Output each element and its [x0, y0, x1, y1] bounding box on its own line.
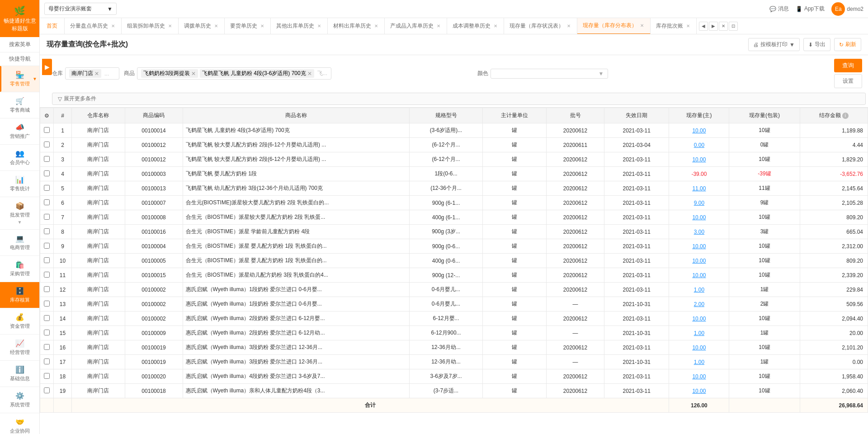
- row-checkbox-16[interactable]: [44, 359, 50, 364]
- sidebar-item-retail-mall[interactable]: 🛒 零售商城: [0, 92, 39, 118]
- color-filter-box[interactable]: ▼: [491, 69, 608, 79]
- sidebar-search[interactable]: 搜索英单: [0, 37, 39, 52]
- row-checkbox-0[interactable]: [44, 127, 50, 133]
- tab-cost-adjust[interactable]: 成本调整单历史 ✕: [447, 18, 504, 34]
- sidebar-item-basics[interactable]: ℹ️ 基础信息: [0, 361, 39, 387]
- tab-inv-status[interactable]: 现存量（库存状况表） ✕: [504, 18, 577, 34]
- orange-expand-btn[interactable]: ▶: [42, 59, 52, 75]
- company-select[interactable]: 母婴行业演示账套 ▼: [44, 3, 117, 15]
- cell-qty-main-16[interactable]: 1.00: [669, 355, 729, 369]
- tab-inv-dist[interactable]: 现存量（库存分布表） ✕: [577, 18, 651, 34]
- product-tag-1-close[interactable]: ✕: [191, 71, 196, 77]
- cell-gear-6[interactable]: [40, 210, 54, 225]
- cell-gear-9[interactable]: [40, 254, 54, 268]
- row-checkbox-12[interactable]: [44, 301, 50, 307]
- sidebar-item-finance[interactable]: 💰 资金管理: [0, 308, 39, 335]
- cell-gear-5[interactable]: [40, 196, 54, 210]
- cell-qty-main-4[interactable]: 11.00: [669, 181, 729, 196]
- sidebar-item-enterprise[interactable]: 🤝 企业协同: [0, 413, 39, 434]
- tab-split-history-close[interactable]: ✕: [110, 23, 116, 29]
- cell-gear-15[interactable]: [40, 340, 54, 355]
- row-checkbox-5[interactable]: [44, 199, 50, 205]
- row-checkbox-1[interactable]: [44, 142, 50, 147]
- cell-gear-2[interactable]: [40, 152, 54, 167]
- tab-material-out[interactable]: 材料出库单历史 ✕: [328, 18, 385, 34]
- cell-qty-main-0[interactable]: 10.00: [669, 123, 729, 138]
- tab-mix-history[interactable]: 调拨单历史 ✕: [179, 18, 225, 34]
- cell-qty-main-18[interactable]: 10.00: [669, 384, 729, 398]
- sidebar-item-ecommerce[interactable]: 💻 电商管理: [0, 230, 39, 256]
- user-info[interactable]: Ea demo2: [831, 2, 863, 16]
- cell-gear-16[interactable]: [40, 355, 54, 369]
- cell-gear-17[interactable]: [40, 369, 54, 384]
- row-checkbox-7[interactable]: [44, 228, 50, 234]
- template-print-btn[interactable]: 🖨 按模板打印 ▼: [748, 38, 800, 51]
- product-tag-2-close[interactable]: ✕: [307, 71, 312, 77]
- tab-batch-ledger[interactable]: 库存批次账 ✕: [651, 18, 697, 34]
- tab-product-in[interactable]: 产成品入库单历史 ✕: [385, 18, 447, 34]
- sidebar-item-retail-stats[interactable]: 📊 零售统计: [0, 171, 39, 197]
- sidebar-item-member[interactable]: 👥 会员中心: [0, 145, 39, 171]
- row-checkbox-6[interactable]: [44, 214, 50, 220]
- row-checkbox-2[interactable]: [44, 156, 50, 162]
- tab-cost-adjust-close[interactable]: ✕: [493, 23, 498, 29]
- cell-qty-main-8[interactable]: 10.00: [669, 239, 729, 254]
- cell-qty-main-2[interactable]: 10.00: [669, 152, 729, 167]
- row-checkbox-15[interactable]: [44, 344, 50, 350]
- cell-gear-12[interactable]: [40, 297, 54, 311]
- cell-gear-14[interactable]: [40, 326, 54, 340]
- tab-expand-btn[interactable]: ⊡: [729, 22, 738, 31]
- export-btn[interactable]: ⬇ 导出: [803, 38, 830, 51]
- warehouse-filter-box[interactable]: 南岸门店 ✕ ...: [65, 67, 119, 80]
- cell-qty-main-14[interactable]: 1.00: [669, 326, 729, 340]
- row-checkbox-18[interactable]: [44, 387, 50, 393]
- query-btn[interactable]: 查询: [834, 59, 862, 72]
- cell-qty-main-17[interactable]: 10.00: [669, 369, 729, 384]
- row-checkbox-3[interactable]: [44, 170, 50, 176]
- tab-other-out-close[interactable]: ✕: [316, 23, 322, 29]
- cell-gear-10[interactable]: [40, 268, 54, 283]
- cell-gear-0[interactable]: [40, 123, 54, 138]
- settings-btn[interactable]: 设置: [834, 74, 862, 88]
- row-checkbox-14[interactable]: [44, 330, 50, 335]
- tab-disassemble-close[interactable]: ✕: [167, 23, 173, 29]
- row-checkbox-13[interactable]: [44, 315, 50, 321]
- sidebar-item-purchase[interactable]: 🛍️ 采购管理: [0, 256, 39, 282]
- cell-qty-main-9[interactable]: 10.00: [669, 254, 729, 268]
- sidebar-item-retail[interactable]: 🏪 零售管理 ▼: [0, 66, 39, 92]
- tab-other-out[interactable]: 其他出库单历史 ✕: [271, 18, 328, 34]
- app-download-btn[interactable]: 📱 App下载: [796, 5, 825, 13]
- sidebar-nav[interactable]: 快捷导航: [0, 52, 39, 66]
- tab-close-all-btn[interactable]: ✕: [719, 22, 728, 31]
- balance-info-icon[interactable]: i: [842, 113, 849, 119]
- expand-more-btn[interactable]: ▽ 展开更多条件: [52, 93, 866, 105]
- tab-inv-dist-close[interactable]: ✕: [639, 22, 645, 29]
- tab-prev-btn[interactable]: ◀: [699, 22, 708, 31]
- cell-gear-4[interactable]: [40, 181, 54, 196]
- cell-qty-main-7[interactable]: 3.00: [669, 225, 729, 239]
- tab-disassemble-history[interactable]: 组装拆卸单历史 ✕: [122, 18, 179, 34]
- cell-gear-3[interactable]: [40, 167, 54, 181]
- cell-qty-main-15[interactable]: 10.00: [669, 340, 729, 355]
- cell-gear-1[interactable]: [40, 138, 54, 152]
- warehouse-tag-1-close[interactable]: ✕: [94, 71, 99, 77]
- sidebar-item-system[interactable]: ⚙️ 系统管理: [0, 387, 39, 413]
- cell-gear-18[interactable]: [40, 384, 54, 398]
- cell-qty-main-6[interactable]: 10.00: [669, 210, 729, 225]
- tab-product-in-close[interactable]: ✕: [436, 23, 441, 29]
- cell-gear-8[interactable]: [40, 239, 54, 254]
- tab-batch-ledger-close[interactable]: ✕: [685, 23, 691, 29]
- row-checkbox-10[interactable]: [44, 272, 50, 278]
- tab-material-out-close[interactable]: ✕: [373, 23, 379, 29]
- tab-mix-close[interactable]: ✕: [213, 23, 219, 29]
- sidebar-item-operations[interactable]: 📈 经营管理: [0, 335, 39, 361]
- tab-inv-status-close[interactable]: ✕: [566, 23, 571, 29]
- tab-next-btn[interactable]: ▶: [709, 22, 718, 31]
- row-checkbox-17[interactable]: [44, 373, 50, 379]
- cell-qty-main-3[interactable]: -39.00: [669, 167, 729, 181]
- sidebar-item-inventory[interactable]: 🗄️ 库存核算: [0, 282, 39, 308]
- cell-qty-main-11[interactable]: 1.00: [669, 283, 729, 297]
- cell-gear-7[interactable]: [40, 225, 54, 239]
- row-checkbox-9[interactable]: [44, 257, 50, 263]
- tab-home[interactable]: 首页: [40, 18, 65, 34]
